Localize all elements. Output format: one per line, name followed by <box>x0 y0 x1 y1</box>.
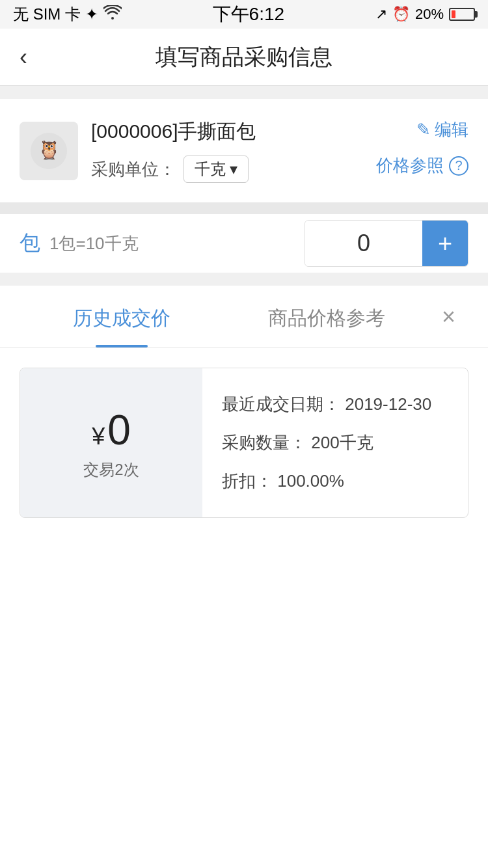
price-card-left: ¥ 0 交易2次 <box>20 368 202 517</box>
page-title: 填写商品采购信息 <box>156 42 332 72</box>
unit-select[interactable]: 千克 ▾ <box>183 156 249 183</box>
edit-label: 编辑 <box>435 118 468 141</box>
transaction-count: 交易2次 <box>83 459 139 480</box>
product-name: [0000006]手撕面包 <box>91 118 256 145</box>
product-header: 🦉 [0000006]手撕面包 采购单位： 千克 ▾ ✎ 编辑 <box>20 118 468 183</box>
quantity-row: 包 1包=10千克 0 + <box>0 214 488 273</box>
svg-text:🦉: 🦉 <box>38 139 61 161</box>
tab-close-button[interactable]: × <box>429 297 468 337</box>
recent-date-label: 最近成交日期： <box>222 394 340 414</box>
unit-value: 千克 <box>195 159 226 180</box>
wifi-icon <box>103 5 122 23</box>
price-value: 0 <box>107 406 131 454</box>
page-background <box>0 537 488 868</box>
battery-fill <box>452 10 455 18</box>
location-icon: ↗ <box>375 6 387 23</box>
discount-row: 折扣： 100.00% <box>222 468 448 494</box>
tab-bar: 历史成交价 商品价格参考 × <box>0 286 488 348</box>
product-left: 🦉 [0000006]手撕面包 采购单位： 千克 ▾ <box>20 118 256 183</box>
status-bar: 无 SIM 卡 ✦ 下午6:12 ↗ ⏰ 20% <box>0 0 488 29</box>
price-card: ¥ 0 交易2次 最近成交日期： 2019-12-30 采购数量： 200千克 … <box>20 368 468 518</box>
price-currency: ¥ <box>92 423 105 450</box>
alarm-icon: ⏰ <box>392 6 410 23</box>
price-card-right: 最近成交日期： 2019-12-30 采购数量： 200千克 折扣： 100.0… <box>202 368 468 517</box>
battery-icon <box>449 8 475 21</box>
price-amount: ¥ 0 <box>92 406 131 454</box>
price-ref-label: 价格参照 <box>376 154 444 177</box>
purchase-quantity-row: 采购数量： 200千克 <box>222 430 448 455</box>
purchase-quantity-label: 采购数量： <box>222 433 306 452</box>
back-button[interactable]: ‹ <box>20 44 27 71</box>
edit-button[interactable]: ✎ 编辑 <box>416 118 468 141</box>
package-icon: 包 <box>20 229 40 258</box>
product-right: ✎ 编辑 价格参照 ? <box>376 118 468 177</box>
recent-date-value: 2019-12-30 <box>345 394 431 414</box>
quantity-input[interactable]: 0 <box>305 221 422 266</box>
product-unit-row: 采购单位： 千克 ▾ <box>91 156 256 183</box>
section-divider <box>0 202 488 214</box>
dropdown-icon: ▾ <box>230 160 237 178</box>
tab-historical-price[interactable]: 历史成交价 <box>20 286 224 347</box>
purchase-quantity-value: 200千克 <box>311 433 373 452</box>
product-section: 🦉 [0000006]手撕面包 采购单位： 千克 ▾ ✎ 编辑 <box>0 99 488 202</box>
quantity-controls: 0 + <box>305 220 468 267</box>
status-right: ↗ ⏰ 20% <box>375 6 475 23</box>
nav-bar: ‹ 填写商品采购信息 <box>0 29 488 86</box>
tab-price-reference[interactable]: 商品价格参考 <box>224 286 428 347</box>
product-thumbnail: 🦉 <box>20 122 78 180</box>
status-left: 无 SIM 卡 ✦ <box>13 4 122 25</box>
no-sim-text: 无 SIM 卡 ✦ <box>13 4 98 25</box>
status-time: 下午6:12 <box>213 2 285 27</box>
edit-icon: ✎ <box>416 120 431 140</box>
price-reference-button[interactable]: 价格参照 ? <box>376 154 468 177</box>
price-card-container: ¥ 0 交易2次 最近成交日期： 2019-12-30 采购数量： 200千克 … <box>0 348 488 537</box>
quantity-plus-button[interactable]: + <box>422 221 468 266</box>
help-icon: ? <box>449 156 468 176</box>
product-info: [0000006]手撕面包 采购单位： 千克 ▾ <box>91 118 256 183</box>
quantity-label: 包 1包=10千克 <box>20 229 139 258</box>
battery-percent: 20% <box>415 6 444 23</box>
package-conversion: 1包=10千克 <box>49 232 139 255</box>
unit-label: 采购单位： <box>91 158 176 181</box>
discount-label: 折扣： <box>222 471 273 491</box>
recent-date-row: 最近成交日期： 2019-12-30 <box>222 392 448 417</box>
tab-section: 历史成交价 商品价格参考 × ¥ 0 交易2次 最近成交日期： 2019-12-… <box>0 286 488 537</box>
discount-value: 100.00% <box>277 471 344 491</box>
